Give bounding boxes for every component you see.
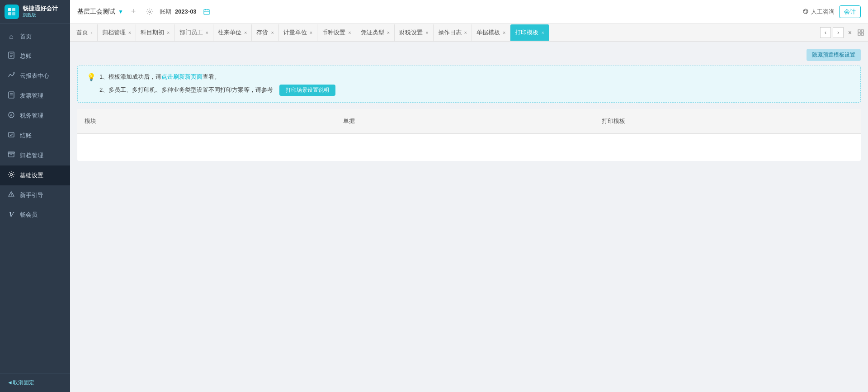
member-icon: V bbox=[7, 211, 15, 219]
tab-label: 财税设置 bbox=[399, 28, 423, 37]
tab-taxsetting[interactable]: 财税设置 × bbox=[395, 24, 433, 41]
tab-voucher[interactable]: 凭证类型 × bbox=[356, 24, 395, 41]
logo-icon bbox=[5, 5, 19, 19]
svg-point-22 bbox=[149, 11, 151, 13]
sidebar-item-home[interactable]: ⌂ 首页 bbox=[0, 27, 70, 46]
tab-close-all-button[interactable]: × bbox=[844, 27, 855, 38]
tab-subject[interactable]: 科目期初 × bbox=[136, 24, 175, 41]
sidebar-item-guide[interactable]: 新手引导 bbox=[0, 185, 70, 205]
tab-prev-button[interactable]: ‹ bbox=[820, 27, 831, 38]
info-row-2: 💡 2、多员工、多打印机、多种业务类型设置不同打印方案等，请参考 打印场景设置说… bbox=[87, 85, 851, 96]
logo-area: 畅捷通好会计 旗舰版 bbox=[0, 0, 70, 24]
service-button[interactable]: 人工咨询 bbox=[802, 8, 835, 16]
svg-rect-31 bbox=[858, 33, 860, 35]
tab-close-icon[interactable]: × bbox=[464, 30, 467, 35]
sidebar-item-label: 新手引导 bbox=[20, 191, 43, 199]
archive-icon bbox=[7, 151, 15, 160]
tab-expand-button[interactable] bbox=[855, 27, 866, 38]
sidebar-item-label: 发票管理 bbox=[20, 92, 43, 100]
tab-close-icon[interactable]: × bbox=[206, 30, 208, 35]
tab-unit[interactable]: 计量单位 × bbox=[279, 24, 317, 41]
sidebar-item-label: 云报表中心 bbox=[20, 72, 49, 80]
tab-close-icon[interactable]: × bbox=[503, 30, 505, 35]
tab-label: 存货 bbox=[256, 28, 268, 37]
col-receipt: 单据 bbox=[336, 113, 594, 129]
company-name: 基层工会测试 bbox=[77, 8, 115, 16]
print-scene-button[interactable]: 打印场景设置说明 bbox=[279, 85, 335, 96]
info-text-1-pre: 1、模板添加成功后，请 bbox=[99, 73, 161, 80]
svg-point-28 bbox=[806, 13, 807, 14]
settings-button[interactable] bbox=[143, 5, 156, 18]
svg-point-21 bbox=[11, 195, 11, 196]
tab-chevron-icon: ‹ bbox=[91, 30, 93, 35]
tab-printtemplate[interactable]: 打印模板 × bbox=[510, 24, 549, 41]
tab-inventory[interactable]: 存货 × bbox=[252, 24, 278, 41]
refresh-link[interactable]: 点击刷新新页面 bbox=[161, 73, 203, 80]
ledger-icon bbox=[7, 52, 15, 61]
tab-close-icon[interactable]: × bbox=[167, 30, 170, 35]
tab-label: 操作日志 bbox=[438, 28, 462, 37]
page-content: 隐藏预置模板设置 💡 1、模板添加成功后，请点击刷新新页面查看。 💡 2、多员工… bbox=[70, 42, 868, 392]
svg-rect-23 bbox=[204, 9, 209, 14]
settings-icon bbox=[7, 171, 15, 180]
sidebar-item-checkout[interactable]: 结账 bbox=[0, 126, 70, 146]
tabbar: 首页 ‹ 归档管理 × 科目期初 × 部门员工 × 往来单位 × 存货 × 计量… bbox=[70, 24, 868, 42]
account-button[interactable]: 会计 bbox=[839, 5, 861, 18]
tax-icon: ¥ bbox=[7, 111, 15, 120]
tab-label: 计量单位 bbox=[283, 28, 307, 37]
tab-next-button[interactable]: › bbox=[833, 27, 844, 38]
info-box: 💡 1、模板添加成功后，请点击刷新新页面查看。 💡 2、多员工、多打印机、多种业… bbox=[77, 66, 861, 103]
tab-archive[interactable]: 归档管理 × bbox=[98, 24, 136, 41]
tab-receipt[interactable]: 单据模板 × bbox=[472, 24, 510, 41]
svg-rect-14 bbox=[9, 132, 14, 137]
info-text-1-post: 查看。 bbox=[203, 73, 220, 80]
tab-close-icon[interactable]: × bbox=[541, 30, 544, 35]
main-table: 模块 单据 打印模板 bbox=[77, 109, 861, 161]
info-row-1: 💡 1、模板添加成功后，请点击刷新新页面查看。 bbox=[87, 72, 851, 82]
sidebar-nav: ⌂ 首页 总账 云报表中心 发票管理 ¥ 税务管理 bbox=[0, 24, 70, 373]
svg-rect-30 bbox=[861, 30, 863, 32]
tab-label: 归档管理 bbox=[102, 28, 126, 37]
tab-vendor[interactable]: 往来单位 × bbox=[213, 24, 252, 41]
home-icon: ⌂ bbox=[7, 33, 15, 41]
sidebar-item-label: 基础设置 bbox=[20, 171, 43, 179]
tab-close-icon[interactable]: × bbox=[348, 30, 351, 35]
bulb-icon: 💡 bbox=[87, 73, 96, 81]
checkout-icon bbox=[7, 131, 15, 140]
add-tab-button[interactable]: + bbox=[127, 5, 140, 18]
tab-dept[interactable]: 部门员工 × bbox=[175, 24, 213, 41]
svg-rect-2 bbox=[8, 12, 11, 15]
sidebar-item-invoice[interactable]: 发票管理 bbox=[0, 86, 70, 106]
sidebar-item-tax[interactable]: ¥ 税务管理 bbox=[0, 106, 70, 126]
tab-close-icon[interactable]: × bbox=[271, 30, 274, 35]
calendar-icon[interactable] bbox=[200, 5, 213, 18]
sidebar-item-settings[interactable]: 基础设置 bbox=[0, 165, 70, 185]
period-label: 账期 bbox=[160, 8, 171, 16]
unpin-button[interactable]: ◄取消固定 bbox=[0, 373, 70, 392]
tab-close-icon[interactable]: × bbox=[310, 30, 312, 35]
svg-rect-29 bbox=[858, 30, 860, 32]
company-selector[interactable]: 基层工会测试 ▼ bbox=[77, 8, 123, 16]
tab-home[interactable]: 首页 ‹ bbox=[72, 24, 98, 41]
tab-close-icon[interactable]: × bbox=[387, 30, 390, 35]
topbar-right: 人工咨询 会计 bbox=[802, 5, 861, 18]
sidebar-item-member[interactable]: V 畅会员 bbox=[0, 205, 70, 224]
tab-close-icon[interactable]: × bbox=[425, 30, 428, 35]
hide-template-area: 隐藏预置模板设置 bbox=[77, 49, 861, 61]
topbar: 基层工会测试 ▼ + 账期 2023-03 人工咨询 会计 bbox=[70, 0, 868, 24]
tab-oplog[interactable]: 操作日志 × bbox=[434, 24, 472, 41]
svg-text:¥: ¥ bbox=[9, 113, 12, 118]
logo-text: 畅捷通好会计 旗舰版 bbox=[23, 5, 58, 19]
sidebar-item-label: 首页 bbox=[20, 33, 32, 41]
tab-close-icon[interactable]: × bbox=[244, 30, 247, 35]
guide-icon bbox=[7, 191, 15, 200]
sidebar-item-archive[interactable]: 归档管理 bbox=[0, 146, 70, 165]
tab-close-icon[interactable]: × bbox=[128, 30, 131, 35]
col-module: 模块 bbox=[77, 113, 336, 129]
hide-template-button[interactable]: 隐藏预置模板设置 bbox=[807, 49, 861, 61]
sidebar-item-reports[interactable]: 云报表中心 bbox=[0, 66, 70, 86]
sidebar-item-label: 归档管理 bbox=[20, 151, 43, 160]
service-label: 人工咨询 bbox=[811, 8, 835, 16]
tab-currency[interactable]: 币种设置 × bbox=[317, 24, 356, 41]
sidebar-item-ledger[interactable]: 总账 bbox=[0, 46, 70, 66]
